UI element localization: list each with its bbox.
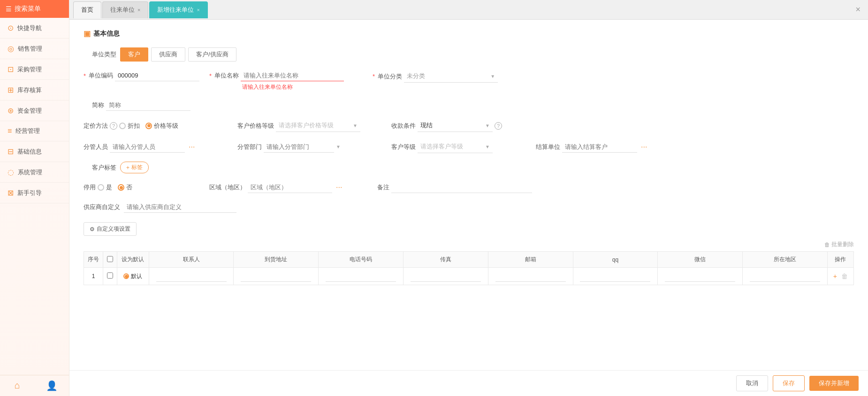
add-tag-btn[interactable]: + 标签	[120, 162, 149, 173]
supplier-custom-input[interactable]	[124, 202, 236, 213]
sidebar-item-label: 采购管理	[17, 65, 42, 74]
settlement-more-btn[interactable]: ···	[639, 143, 649, 151]
pricing-discount[interactable]: 折扣	[119, 122, 140, 130]
manager-more-btn[interactable]: ···	[187, 143, 197, 151]
pricing-level[interactable]: 价格等级	[145, 122, 178, 130]
payment-help-icon[interactable]: ?	[495, 122, 502, 130]
sidebar-item-inventory[interactable]: ⊞ 库存核算	[0, 80, 69, 101]
remark-input[interactable]	[391, 182, 532, 193]
tab-home[interactable]: 首页	[73, 1, 101, 18]
unit-code-required: *	[84, 72, 86, 79]
row-checkbox[interactable]	[107, 272, 113, 279]
sidebar-item-sales[interactable]: ◎ 销售管理	[0, 39, 69, 59]
region-cell-input[interactable]	[750, 271, 820, 282]
radio-circle-default	[123, 273, 129, 279]
table-row: 1 默认	[84, 268, 854, 285]
disabled-no[interactable]: 否	[118, 183, 132, 192]
sidebar-home-btn[interactable]: ⌂	[0, 375, 35, 396]
payment-terms-label: 收款条件	[391, 122, 416, 130]
unit-name-label: 单位名称	[214, 71, 239, 80]
select-all-checkbox[interactable]	[107, 256, 113, 262]
sidebar-item-label: 资金管理	[17, 107, 42, 115]
sidebar-user-btn[interactable]: 👤	[35, 375, 69, 396]
sidebar-item-label: 快捷导航	[17, 24, 42, 32]
department-label: 分管部门	[237, 143, 262, 151]
customer-level-select[interactable]: 请选择客户等级 ▼	[418, 140, 493, 153]
add-row-btn[interactable]: +	[832, 272, 838, 280]
col-email: 邮箱	[488, 252, 573, 268]
pricing-help-icon[interactable]: ?	[110, 122, 117, 130]
custom-settings-btn[interactable]: ⚙ 自定义项设置	[84, 222, 137, 236]
department-input[interactable]	[264, 141, 334, 153]
disabled-yes[interactable]: 是	[98, 183, 112, 192]
region-input[interactable]	[248, 182, 332, 193]
tab-partner-list-close[interactable]: ×	[137, 7, 140, 13]
save-button[interactable]: 保存	[773, 375, 805, 391]
contact-input[interactable]	[156, 271, 227, 282]
manager-input[interactable]	[110, 141, 185, 153]
tab-new-partner[interactable]: 新增往来单位 ×	[149, 1, 207, 18]
unit-btn-both[interactable]: 客户/供应商	[188, 47, 236, 62]
fax-input[interactable]	[411, 271, 481, 282]
del-row-btn[interactable]: 🗑	[840, 272, 849, 280]
chevron-down-icon: ▼	[353, 123, 358, 128]
unit-type-row: 单位类型 客户 供应商 客户/供应商	[84, 47, 854, 62]
cancel-button[interactable]: 取消	[736, 375, 768, 391]
cell-phone[interactable]	[319, 268, 404, 285]
cell-default[interactable]: 默认	[117, 268, 149, 285]
settlement-unit-label: 结算单位	[536, 143, 560, 151]
tab-new-partner-label: 新增往来单位	[157, 6, 194, 14]
col-phone: 电话号码	[319, 252, 404, 268]
sidebar-search[interactable]: ☰ 搜索菜单	[0, 0, 69, 18]
address-input[interactable]	[241, 271, 311, 282]
sidebar-item-purchase[interactable]: ⊡ 采购管理	[0, 59, 69, 80]
cell-wechat[interactable]	[658, 268, 743, 285]
qq-input[interactable]	[580, 271, 650, 282]
phone-input[interactable]	[326, 271, 396, 282]
col-checkbox	[103, 252, 117, 268]
supplier-custom-label: 供应商自定义	[84, 203, 120, 211]
cell-contact[interactable]	[149, 268, 234, 285]
region-more-btn[interactable]: ···	[334, 183, 344, 192]
unit-btn-supplier[interactable]: 供应商	[151, 47, 185, 62]
sidebar-item-finance[interactable]: ⊛ 资金管理	[0, 101, 69, 121]
customer-tag-label: 客户标签	[84, 163, 116, 172]
customer-price-level-select[interactable]: 请选择客户价格等级 ▼	[276, 119, 360, 132]
cell-address[interactable]	[234, 268, 319, 285]
tab-partner-list[interactable]: 往来单位 ×	[102, 1, 148, 18]
tab-new-partner-close[interactable]: ×	[197, 7, 199, 13]
unit-name-input[interactable]	[241, 70, 344, 81]
window-close-btn[interactable]: ×	[852, 5, 864, 15]
unit-btn-customer[interactable]: 客户	[120, 47, 148, 62]
section-icon: ▣	[84, 29, 91, 38]
wechat-input[interactable]	[665, 271, 735, 282]
col-address: 到货地址	[234, 252, 319, 268]
col-seq: 序号	[84, 252, 103, 268]
disabled-label: 停用	[84, 183, 96, 192]
sidebar-item-basic-info[interactable]: ⊟ 基础信息	[0, 141, 69, 162]
abbreviation-input[interactable]	[106, 100, 190, 111]
cell-email[interactable]	[488, 268, 573, 285]
unit-category-select[interactable]: 未分类 ▼	[404, 70, 498, 83]
sidebar-item-system[interactable]: ◌ 系统管理	[0, 162, 69, 183]
cell-region[interactable]	[743, 268, 828, 285]
settlement-unit-input[interactable]	[562, 141, 637, 153]
cell-fax[interactable]	[404, 268, 488, 285]
customer-level-label: 客户等级	[391, 143, 416, 151]
col-fax: 传真	[404, 252, 488, 268]
cell-qq[interactable]	[573, 268, 658, 285]
sidebar-item-quick-nav[interactable]: ⊙ 快捷导航	[0, 18, 69, 39]
save-new-button[interactable]: 保存并新增	[809, 376, 859, 391]
sidebar-item-beginner[interactable]: ⊠ 新手引导	[0, 183, 69, 203]
unit-name-required: *	[209, 72, 212, 79]
payment-terms-select[interactable]: 现结 ▼	[418, 119, 493, 132]
sidebar-item-label: 系统管理	[18, 168, 42, 177]
unit-code-input[interactable]	[115, 70, 199, 81]
tag-btn-label: 标签	[131, 163, 143, 171]
sidebar-item-operations[interactable]: ≡ 经营管理	[0, 121, 69, 141]
email-input[interactable]	[495, 271, 566, 282]
batch-delete-btn[interactable]: 🗑 批量删除	[824, 241, 854, 248]
supplier-custom-row: 供应商自定义	[84, 202, 854, 213]
chevron-down-icon: ▼	[485, 144, 490, 149]
col-region: 所在地区	[743, 252, 828, 268]
